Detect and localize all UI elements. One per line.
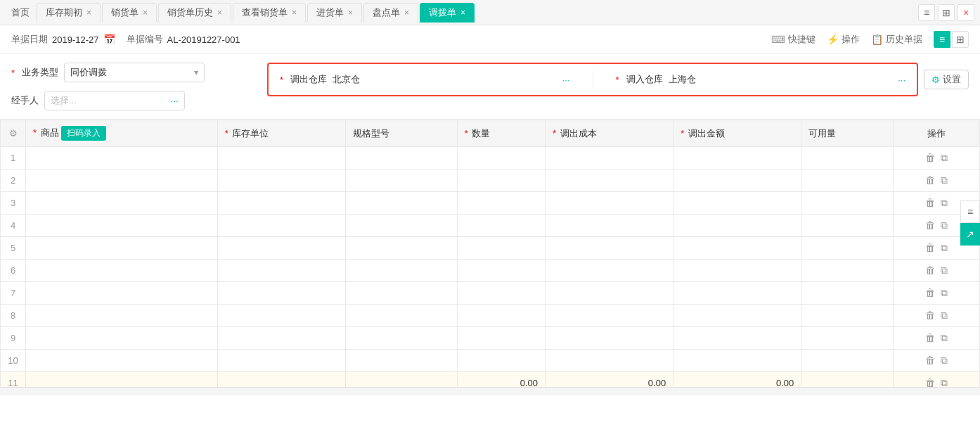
product-cell-5[interactable] (26, 237, 218, 260)
tab-stocktake-close[interactable]: × (404, 8, 409, 18)
qty-cell-7[interactable] (457, 282, 546, 305)
product-cell-4[interactable] (26, 215, 218, 237)
horizontal-scrollbar[interactable] (0, 387, 980, 395)
tab-inventory-init[interactable]: 库存期初 × (37, 3, 101, 23)
delete-icon-2[interactable]: 🗑 (925, 174, 935, 186)
spec-cell-5[interactable] (345, 237, 457, 260)
scan-entry-btn[interactable]: 扫码录入 (61, 126, 106, 141)
float-list-btn[interactable]: ≡ (960, 200, 980, 223)
spec-cell-11[interactable] (345, 372, 457, 388)
spec-cell-9[interactable] (345, 327, 457, 350)
tab-stocktake[interactable]: 盘点单 × (363, 3, 418, 23)
qty-cell-4[interactable] (457, 215, 546, 237)
copy-icon-5[interactable]: ⧉ (941, 242, 948, 253)
delete-icon-6[interactable]: 🗑 (925, 265, 935, 276)
product-cell-3[interactable] (26, 192, 218, 215)
unit-cell-11[interactable] (217, 372, 345, 388)
tab-purchase-close[interactable]: × (348, 8, 353, 18)
qty-cell-2[interactable] (457, 170, 546, 192)
cost-cell-2[interactable] (546, 170, 673, 192)
spec-cell-2[interactable] (345, 170, 457, 192)
cost-cell-5[interactable] (546, 237, 673, 260)
spec-cell-6[interactable] (345, 260, 457, 282)
product-cell-8[interactable] (26, 305, 218, 327)
delete-icon-8[interactable]: 🗑 (925, 310, 935, 321)
amount-cell-7[interactable] (673, 282, 801, 305)
tab-purchase[interactable]: 进货单 × (307, 3, 362, 23)
copy-icon-11[interactable]: ⧉ (941, 377, 948, 387)
product-cell-11[interactable] (26, 372, 218, 388)
amount-cell-2[interactable] (673, 170, 801, 192)
delete-icon-11[interactable]: 🗑 (925, 377, 935, 387)
tab-inventory-init-close[interactable]: × (86, 8, 91, 18)
unit-cell-1[interactable] (217, 147, 345, 170)
amount-cell-5[interactable] (673, 237, 801, 260)
amount-cell-1[interactable] (673, 147, 801, 170)
grid-view-btn[interactable]: ⊞ (952, 31, 969, 48)
copy-icon-3[interactable]: ⧉ (941, 197, 948, 208)
unit-cell-6[interactable] (217, 260, 345, 282)
product-cell-2[interactable] (26, 170, 218, 192)
cost-cell-10[interactable] (546, 350, 673, 372)
amount-cell-10[interactable] (673, 350, 801, 372)
handler-more[interactable]: ··· (170, 95, 179, 106)
qty-cell-10[interactable] (457, 350, 546, 372)
shortcut-btn[interactable]: ⌨ 快捷键 (771, 33, 815, 46)
amount-cell-9[interactable] (673, 327, 801, 350)
copy-icon-2[interactable]: ⧉ (941, 174, 948, 186)
amount-cell-3[interactable] (673, 192, 801, 215)
col-gear-header[interactable]: ⚙ (1, 120, 26, 147)
delete-icon-1[interactable]: 🗑 (925, 152, 935, 163)
delete-icon-9[interactable]: 🗑 (925, 332, 935, 343)
copy-icon-7[interactable]: ⧉ (941, 287, 948, 298)
qty-cell-1[interactable] (457, 147, 546, 170)
cost-cell-3[interactable] (546, 192, 673, 215)
date-value[interactable]: 2019-12-27 (52, 34, 99, 45)
delete-icon-3[interactable]: 🗑 (925, 197, 935, 208)
product-cell-1[interactable] (26, 147, 218, 170)
handler-select[interactable]: 选择... ··· (44, 91, 185, 110)
delete-icon-4[interactable]: 🗑 (925, 219, 935, 231)
window-close-btn[interactable]: × (958, 4, 974, 21)
business-type-select[interactable]: 同价调拨 ▾ (64, 63, 205, 82)
spec-cell-1[interactable] (345, 147, 457, 170)
unit-cell-4[interactable] (217, 215, 345, 237)
unit-cell-7[interactable] (217, 282, 345, 305)
amount-cell-4[interactable] (673, 215, 801, 237)
history-btn[interactable]: 📋 历史单据 (871, 33, 922, 46)
qty-cell-6[interactable] (457, 260, 546, 282)
unit-cell-8[interactable] (217, 305, 345, 327)
spec-cell-7[interactable] (345, 282, 457, 305)
cost-cell-9[interactable] (546, 327, 673, 350)
qty-cell-5[interactable] (457, 237, 546, 260)
amount-cell-6[interactable] (673, 260, 801, 282)
copy-icon-1[interactable]: ⧉ (941, 152, 948, 163)
tab-list-icon[interactable]: ≡ (918, 4, 935, 21)
spec-cell-3[interactable] (345, 192, 457, 215)
copy-icon-4[interactable]: ⧉ (941, 219, 948, 231)
product-cell-6[interactable] (26, 260, 218, 282)
tab-grid-icon[interactable]: ⊞ (938, 4, 955, 21)
spec-cell-8[interactable] (345, 305, 457, 327)
tab-transfer-close[interactable]: × (460, 8, 465, 18)
tab-sales-order[interactable]: 销货单 × (102, 3, 157, 23)
cost-cell-6[interactable] (546, 260, 673, 282)
settings-btn[interactable]: ⚙ 设置 (924, 70, 969, 89)
unit-cell-3[interactable] (217, 192, 345, 215)
tab-home[interactable]: 首页 (6, 6, 35, 19)
tab-sales-order-close[interactable]: × (143, 8, 148, 18)
product-cell-9[interactable] (26, 327, 218, 350)
cost-cell-7[interactable] (546, 282, 673, 305)
unit-cell-2[interactable] (217, 170, 345, 192)
copy-icon-10[interactable]: ⧉ (941, 355, 948, 366)
amount-cell-8[interactable] (673, 305, 801, 327)
cost-cell-4[interactable] (546, 215, 673, 237)
delete-icon-5[interactable]: 🗑 (925, 242, 935, 253)
qty-cell-8[interactable] (457, 305, 546, 327)
calendar-icon[interactable]: 📅 (103, 34, 115, 45)
tab-view-sales-close[interactable]: × (292, 8, 297, 18)
copy-icon-9[interactable]: ⧉ (941, 332, 948, 343)
product-cell-7[interactable] (26, 282, 218, 305)
copy-icon-6[interactable]: ⧉ (941, 265, 948, 276)
cost-cell-8[interactable] (546, 305, 673, 327)
